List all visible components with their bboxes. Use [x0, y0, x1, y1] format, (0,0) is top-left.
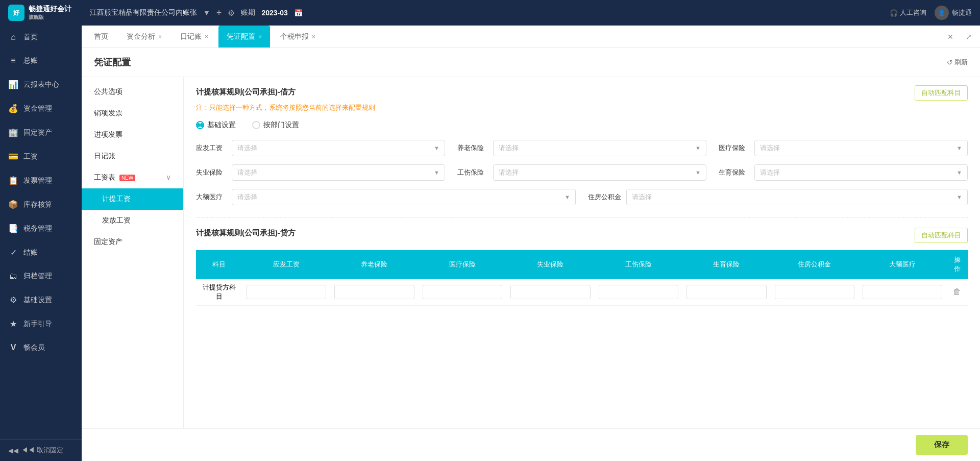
- tab-funds-close[interactable]: ×: [158, 33, 162, 40]
- sidebar-item-settings[interactable]: ⚙ 基础设置: [0, 288, 82, 312]
- user-area[interactable]: 👤 畅捷通: [935, 6, 972, 20]
- sidebar-item-label: 首页: [23, 33, 38, 42]
- expand-icon[interactable]: ⤢: [962, 31, 976, 43]
- auto-match-debit-button[interactable]: 自动匹配科目: [915, 85, 968, 101]
- field-sybx-select[interactable]: 请选择 ▼: [232, 164, 445, 181]
- input-zfgjj[interactable]: [775, 285, 854, 299]
- cancel-fixed-button[interactable]: ◀◀ ◀◀ 取消固定: [0, 439, 82, 461]
- input-dayl[interactable]: [863, 285, 942, 299]
- settings-icon[interactable]: ⚙: [228, 8, 235, 18]
- close-all-icon[interactable]: ✕: [943, 31, 958, 43]
- company-name: 江西服宝精品有限责任公司内账张: [90, 8, 197, 17]
- field-sybx2: 生育保险 请选择 ▼: [719, 164, 968, 181]
- sidebar-item-assets[interactable]: 🏢 固定资产: [0, 120, 82, 144]
- col-header-sybx: 失业保险: [506, 250, 594, 279]
- sidebar-item-label: 税务管理: [23, 224, 52, 233]
- period-value: 2023-03: [261, 9, 287, 17]
- field-gsbx-select[interactable]: 请选择 ▼: [493, 164, 706, 181]
- save-button[interactable]: 保存: [916, 435, 968, 455]
- col-header-yfgz: 应发工资: [242, 250, 330, 279]
- sidebar-item-salary[interactable]: 💳 工资: [0, 144, 82, 168]
- tab-journal[interactable]: 日记账 ×: [172, 26, 216, 47]
- tab-voucher-close[interactable]: ×: [258, 33, 262, 40]
- sidebar-item-reports[interactable]: 📊 云报表中心: [0, 72, 82, 96]
- dropdown-arrow-icon[interactable]: ▼: [203, 9, 210, 17]
- radio-basic[interactable]: 基础设置: [196, 120, 236, 130]
- input-sybx[interactable]: [510, 285, 590, 299]
- sidebar-item-label: 云报表中心: [23, 80, 59, 89]
- vip-icon: V: [8, 343, 18, 352]
- field-sybx2-select[interactable]: 请选择 ▼: [754, 164, 968, 181]
- nav-item-public[interactable]: 公共选项: [82, 81, 183, 103]
- sidebar-item-archive[interactable]: 🗂 归档管理: [0, 264, 82, 288]
- cell-dayl: [859, 279, 946, 306]
- guide-icon: ★: [8, 319, 18, 329]
- nav-item-salary-table[interactable]: 工资表 NEW ∨: [82, 167, 183, 188]
- tab-funds[interactable]: 资金分析 ×: [118, 26, 170, 47]
- top-header: 好 畅捷通好会计 旗舰版 江西服宝精品有限责任公司内账张 ▼ + ⚙ 账期 20…: [0, 0, 980, 26]
- logo-icon: 好: [8, 5, 24, 21]
- content-area: 首页 资金分析 × 日记账 × 凭证配置 × 个税申报 × ✕ ⤢: [82, 26, 980, 461]
- add-icon[interactable]: +: [216, 8, 222, 18]
- radio-dept[interactable]: 按部门设置: [252, 120, 299, 130]
- table-row: 计提贷方科目 🗑: [196, 279, 968, 306]
- sidebar-item-label: 结账: [23, 248, 38, 257]
- cell-ylbx: [330, 279, 418, 306]
- sidebar-item-invoice[interactable]: 📋 发票管理: [0, 168, 82, 192]
- nav-item-purchase[interactable]: 进项发票: [82, 124, 183, 145]
- sidebar-item-funds[interactable]: 💰 资金管理: [0, 96, 82, 120]
- field-yfgz-select[interactable]: 请选择 ▼: [232, 140, 445, 156]
- sidebar-item-guide[interactable]: ★ 新手引导: [0, 312, 82, 336]
- col-header-sybx2: 生育保险: [682, 250, 770, 279]
- tab-home[interactable]: 首页: [86, 26, 116, 47]
- field-ylbx-select[interactable]: 请选择 ▼: [493, 140, 706, 156]
- sidebar-item-ledger[interactable]: ≡ 总账: [0, 49, 82, 72]
- sidebar-item-home[interactable]: ⌂ 首页: [0, 26, 82, 49]
- sidebar-item-label: 总账: [23, 56, 38, 65]
- input-gsbx[interactable]: [599, 285, 678, 299]
- credit-table: 科目 应发工资 养老保险 医疗保险 失业保险 工伤保险 生育保险 住房公积金 大…: [196, 250, 968, 306]
- radio-basic-circle: [196, 121, 204, 129]
- col-header-kemu: 科目: [196, 250, 242, 279]
- field-ylbx2-select[interactable]: 请选择 ▼: [754, 140, 968, 156]
- field-gsbx: 工伤保险 请选择 ▼: [457, 164, 706, 181]
- avatar: 👤: [935, 6, 949, 20]
- nav-item-journal[interactable]: 日记账: [82, 145, 183, 167]
- refresh-label: 刷新: [954, 58, 968, 67]
- expand-nav-icon: ∨: [166, 173, 171, 181]
- sidebar-item-label: 新手引导: [23, 320, 52, 329]
- tab-tax-close[interactable]: ×: [312, 33, 315, 40]
- refresh-icon: ↺: [947, 59, 952, 66]
- auto-match-credit-button[interactable]: 自动匹配科目: [915, 228, 968, 243]
- input-yfgz[interactable]: [247, 285, 326, 299]
- home-icon: ⌂: [8, 33, 18, 42]
- tab-voucher[interactable]: 凭证配置 ×: [218, 26, 270, 47]
- field-dayl-select[interactable]: 请选择 ▼: [232, 189, 576, 205]
- service-button[interactable]: 🎧 人工咨询: [890, 8, 926, 17]
- cell-gsbx: [595, 279, 682, 306]
- sidebar-item-label: 归档管理: [23, 272, 52, 281]
- sidebar-item-inventory[interactable]: 📦 库存核算: [0, 192, 82, 216]
- delete-row-icon[interactable]: 🗑: [953, 287, 961, 296]
- input-ylbx2[interactable]: [423, 285, 502, 299]
- arrow-left-icon: ◀◀: [8, 447, 18, 454]
- field-zfgjj-select[interactable]: 请选择 ▼: [626, 189, 968, 205]
- field-yfgz-label: 应发工资: [196, 143, 227, 153]
- input-ylbx[interactable]: [334, 285, 414, 299]
- tab-tax[interactable]: 个税申报 ×: [272, 26, 324, 47]
- refresh-button[interactable]: ↺ 刷新: [947, 58, 968, 67]
- sidebar-item-tax[interactable]: 📑 税务管理: [0, 216, 82, 240]
- nav-item-salary-pay[interactable]: 发放工资: [82, 210, 183, 231]
- select-arrow-icon: ▼: [695, 169, 701, 176]
- radio-dept-label: 按部门设置: [263, 120, 299, 130]
- nav-item-sales[interactable]: 销项发票: [82, 103, 183, 124]
- header-right: 🎧 人工咨询 👤 畅捷通: [890, 6, 972, 20]
- calendar-icon[interactable]: 📅: [294, 9, 303, 17]
- nav-item-payroll-calc[interactable]: 计提工资: [82, 188, 183, 210]
- sidebar-item-vip[interactable]: V 畅会员: [0, 336, 82, 359]
- input-sybx2[interactable]: [687, 285, 766, 299]
- tab-journal-close[interactable]: ×: [205, 33, 208, 40]
- sidebar-item-closing[interactable]: ✓ 结账: [0, 240, 82, 264]
- nav-item-fixed-assets[interactable]: 固定资产: [82, 231, 183, 253]
- section-divider: [196, 217, 968, 218]
